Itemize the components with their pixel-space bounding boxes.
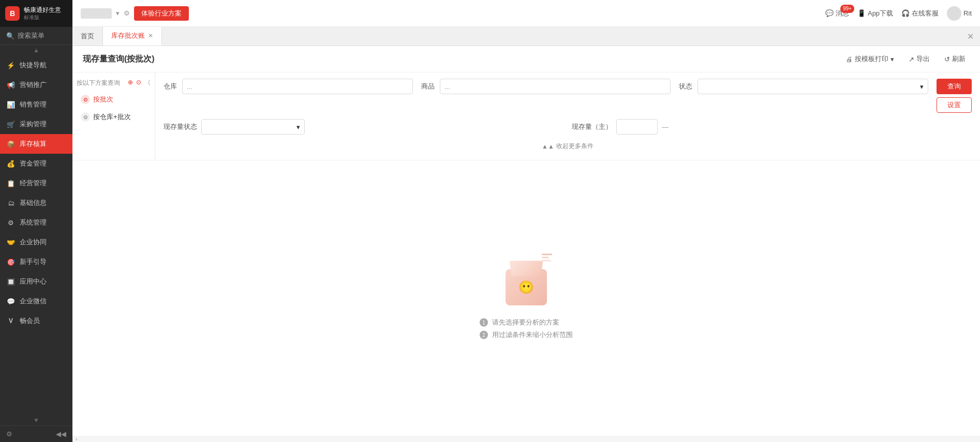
refresh-button[interactable]: ↺ 刷新 — [940, 52, 970, 66]
enterprise-icon: 🤝 — [6, 238, 16, 247]
warehouse-more-icon: ... — [187, 83, 192, 91]
tab-close-icon[interactable]: ✕ — [148, 32, 153, 39]
empty-tips: 1 请先选择要分析的方案 2 用过滤条件来缩小分析范围 — [480, 318, 573, 343]
sidebar-scroll-down[interactable]: ▼ — [0, 415, 72, 425]
app-download-button[interactable]: 📱 App下载 — [857, 9, 893, 18]
manage-scheme-icon[interactable]: ⊙ — [136, 79, 141, 87]
topbar-breadcrumb — [81, 8, 112, 19]
right-collapse-handle[interactable]: › — [72, 436, 80, 442]
stock-status-select[interactable]: ▾ — [201, 119, 305, 135]
refresh-icon: ↺ — [944, 55, 950, 63]
purchase-icon: 🛒 — [6, 120, 16, 129]
collapse-up-icon: ▲▲ — [542, 143, 554, 150]
scheme-label-warehouse-batch: 按仓库+批次 — [93, 112, 131, 122]
sidebar-item-inventory[interactable]: 📦 库存核算 — [0, 134, 72, 154]
sidebar-item-label: 系统管理 — [20, 218, 47, 227]
sidebar-search[interactable]: 🔍 搜索菜单 — [0, 27, 72, 45]
marketing-icon: 📢 — [6, 80, 16, 90]
settings-icon[interactable]: ⚙ — [6, 430, 12, 438]
scheme-item-batch[interactable]: ⊙ 按批次 — [77, 92, 151, 107]
sidebar-item-purchase[interactable]: 🛒 采购管理 — [0, 114, 72, 134]
app-info: 畅康通好生意 标准版 — [24, 6, 61, 22]
finance-icon: 💰 — [6, 159, 16, 168]
tip-num-1: 1 — [480, 318, 488, 327]
vip-icon: V — [6, 316, 16, 326]
filter-panel: 按以下方案查询 ⊕ ⊙ 《 ⊙ 按批次 ⊙ 按仓库+批次 — [72, 72, 980, 160]
username: Rit — [963, 9, 972, 17]
sidebar-item-shortcut[interactable]: ⚡ 快捷导航 — [0, 55, 72, 75]
sidebar-item-basic[interactable]: 🗂 基础信息 — [0, 193, 72, 213]
sidebar-item-label: 快捷导航 — [20, 61, 47, 70]
app-title: 畅康通好生意 — [24, 6, 61, 14]
filter-sidebar-title-text: 按以下方案查询 — [77, 79, 120, 87]
sidebar-item-vip[interactable]: V 畅会员 — [0, 311, 72, 331]
filter-main: 仓库 ... 商品 ... 状态 — [155, 72, 980, 160]
filter-field-warehouse: 仓库 ... — [164, 79, 413, 94]
sidebar-item-guide[interactable]: 🎯 新手引导 — [0, 252, 72, 272]
tip-num-2: 2 — [480, 331, 488, 339]
message-button[interactable]: 💬 消息 99+ — [825, 9, 849, 18]
message-icon: 💬 — [825, 9, 834, 17]
goods-more-icon: ... — [444, 83, 450, 91]
tip-text-1: 请先选择要分析的方案 — [492, 318, 559, 327]
filter-collapse-button[interactable]: 《 — [144, 79, 151, 87]
print-label: 按模板打印 — [855, 54, 888, 64]
tab-batch-account[interactable]: 库存批次账 ✕ — [103, 27, 162, 46]
stock-qty-from[interactable] — [616, 119, 658, 135]
shortcut-icon: ⚡ — [6, 61, 16, 70]
settings-button[interactable]: 设置 — [937, 97, 972, 113]
print-arrow-icon: ▾ — [890, 55, 894, 63]
sidebar-item-label: 畅会员 — [20, 316, 40, 326]
sidebar-collapse-icon[interactable]: ◀◀ — [56, 430, 66, 438]
empty-smoke — [542, 254, 552, 261]
filter-sidebar-title: 按以下方案查询 ⊕ ⊙ 《 — [77, 79, 151, 87]
topbar: ▾ ⚙ 体验行业方案 💬 消息 99+ 📱 App下载 🎧 在线客服 Rit — [72, 0, 980, 27]
sidebar-footer: ⚙ ◀◀ — [0, 425, 72, 442]
avatar — [947, 6, 961, 21]
sidebar-item-operations[interactable]: 📋 经营管理 — [0, 173, 72, 193]
status-label: 状态 — [679, 82, 693, 91]
scheme-item-warehouse-batch[interactable]: ⊙ 按仓库+批次 — [77, 109, 151, 125]
topbar-settings-icon[interactable]: ⚙ — [124, 9, 130, 17]
basic-icon: 🗂 — [6, 198, 16, 208]
warehouse-input[interactable]: ... — [182, 79, 413, 94]
sidebar-item-enterprise[interactable]: 🤝 企业协同 — [0, 232, 72, 252]
sidebar-header: B 畅康通好生意 标准版 — [0, 0, 72, 27]
search-icon: 🔍 — [6, 32, 14, 40]
print-button[interactable]: 🖨 按模板打印 ▾ — [842, 52, 898, 66]
sidebar-item-system[interactable]: ⚙ 系统管理 — [0, 213, 72, 232]
trial-button[interactable]: 体验行业方案 — [134, 6, 189, 21]
sidebar-scroll-up[interactable]: ▲ — [0, 45, 72, 55]
sidebar-item-label: 经营管理 — [20, 179, 47, 188]
user-profile[interactable]: Rit — [947, 6, 972, 21]
goods-input[interactable]: ... — [440, 79, 671, 94]
sidebar-item-label: 企业微信 — [20, 297, 47, 306]
sidebar-item-sales[interactable]: 📊 销售管理 — [0, 95, 72, 114]
empty-tip-2: 2 用过滤条件来缩小分析范围 — [480, 330, 573, 340]
sidebar-item-marketing[interactable]: 📢 营销推广 — [0, 75, 72, 95]
status-select[interactable]: ▾ — [697, 79, 928, 94]
filter-buttons: 查询 设置 — [937, 79, 972, 113]
add-scheme-icon[interactable]: ⊕ — [128, 79, 133, 87]
sidebar-item-appstore[interactable]: 🔲 应用中心 — [0, 272, 72, 291]
sidebar-item-wechat[interactable]: 💬 企业微信 — [0, 291, 72, 311]
sidebar-item-label: 采购管理 — [20, 120, 47, 129]
sidebar-item-finance[interactable]: 💰 资金管理 — [0, 154, 72, 173]
tabs-bar: 首页 库存批次账 ✕ ✕ — [72, 27, 980, 46]
stock-qty-label: 现存量（主） — [572, 122, 612, 131]
export-button[interactable]: ↗ 导出 — [904, 52, 934, 66]
topbar-dropdown-icon[interactable]: ▾ — [116, 9, 120, 17]
empty-illustration: 😶 — [495, 254, 557, 305]
sidebar-item-label: 应用中心 — [20, 277, 47, 286]
collapse-more-button[interactable]: ▲▲ 收起更多条件 — [164, 139, 972, 154]
inventory-icon: 📦 — [6, 139, 16, 149]
query-button[interactable]: 查询 — [937, 79, 972, 94]
online-service-icon: 🎧 — [901, 9, 910, 17]
online-service-button[interactable]: 🎧 在线客服 — [901, 9, 939, 18]
tabs-close-all-button[interactable]: ✕ — [961, 32, 980, 41]
tab-home[interactable]: 首页 — [72, 27, 103, 46]
topbar-right: 💬 消息 99+ 📱 App下载 🎧 在线客服 Rit — [825, 6, 972, 21]
scheme-icon-warehouse-batch: ⊙ — [81, 112, 90, 122]
filter-row-2: 现存量状态 ▾ 现存量（主） — — [164, 119, 972, 135]
app-subtitle: 标准版 — [24, 14, 61, 21]
